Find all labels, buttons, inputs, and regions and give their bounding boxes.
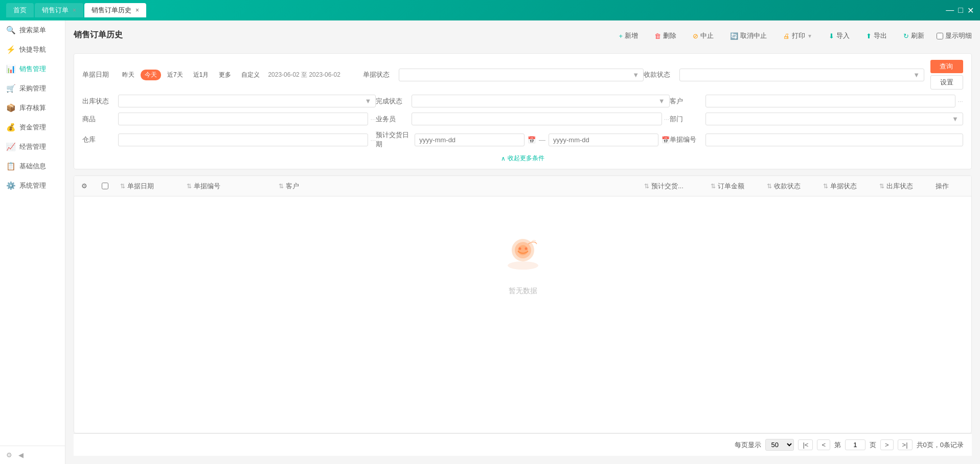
refresh-button[interactable]: ↻ 刷新 [897, 29, 930, 43]
total-text: 共0页，0条记录 [917, 440, 964, 450]
sort-icon-customer[interactable]: ⇅ [279, 183, 284, 190]
sidebar-item-finance[interactable]: 💰 资金管理 [0, 118, 65, 137]
import-icon: ⬇ [829, 32, 834, 40]
print-button[interactable]: 🖨 打印 ▼ [777, 29, 818, 43]
sidebar-item-sales[interactable]: 📊 销售管理 [0, 59, 65, 79]
shangpin-input[interactable] [118, 113, 368, 125]
date-tab-more[interactable]: 更多 [215, 70, 235, 80]
bumen-select[interactable]: ▼ [705, 113, 963, 125]
cancel-stop-icon: 🔄 [730, 32, 738, 40]
date-tab-7days[interactable]: 近7天 [163, 70, 187, 80]
filter-shoukuan-status-section: 收款状态 ▼ [644, 69, 924, 81]
prev-page-button[interactable]: < [817, 439, 830, 450]
last-page-button[interactable]: >| [898, 439, 913, 450]
sidebar-collapse-icon[interactable]: ◀ [18, 451, 24, 459]
tab-home[interactable]: 首页 [6, 3, 34, 17]
th-number: ⇅ 单据编号 [181, 182, 274, 191]
operations-icon: 📈 [6, 142, 15, 151]
sort-icon-delivery[interactable]: ⇅ [644, 183, 649, 190]
shangpin-dots[interactable]: ··· [370, 115, 376, 123]
header-actions: 销售订单历史 + 新增 🗑 删除 ⊘ 中止 🔄 取消中止 [74, 29, 972, 47]
stop-icon: ⊘ [693, 32, 698, 40]
sort-icon-outbound[interactable]: ⇅ [879, 183, 884, 190]
sidebar-item-inventory[interactable]: 📦 库存核算 [0, 98, 65, 118]
sidebar-item-operations[interactable]: 📈 经营管理 [0, 137, 65, 157]
cangku-input[interactable] [118, 134, 368, 146]
shoukuan-status-select[interactable]: ▼ [679, 69, 924, 81]
delivery-date-start[interactable] [415, 134, 525, 146]
collapse-link[interactable]: ∧ 收起更多条件 [82, 154, 963, 163]
yewuyuan-dots[interactable]: ··· [664, 115, 670, 123]
settings-button[interactable]: 设置 [930, 75, 963, 90]
chuku-status-select[interactable]: ▼ [118, 95, 376, 107]
sidebar-item-purchase[interactable]: 🛒 采购管理 [0, 79, 65, 98]
date-tab-today[interactable]: 今天 [141, 70, 161, 80]
export-button[interactable]: ⬆ 导出 [860, 29, 893, 43]
per-page-select[interactable]: 50 10 20 100 [765, 439, 794, 451]
th-actions: 操作 [930, 182, 971, 191]
sort-icon-doc[interactable]: ⇅ [823, 183, 828, 190]
sidebar-item-base-info-label: 基础信息 [19, 162, 46, 171]
add-button[interactable]: + 新增 [613, 29, 645, 43]
date-tabs: 昨天 今天 近7天 近1月 更多 自定义 2023-06-02 至 2023-0… [118, 70, 340, 80]
delete-button[interactable]: 🗑 删除 [648, 29, 682, 43]
tab-sales-order[interactable]: 销售订单 × [35, 3, 83, 17]
sidebar-item-base-info[interactable]: 📋 基础信息 [0, 157, 65, 176]
danju-status-label: 单据状态 [363, 70, 399, 79]
import-button[interactable]: ⬇ 导入 [823, 29, 856, 43]
show-detail-checkbox-label[interactable]: 显示明细 [937, 31, 972, 40]
minimize-button[interactable]: — [946, 6, 954, 15]
danjubianhao-input[interactable] [705, 134, 963, 146]
sidebar-item-system[interactable]: ⚙️ 系统管理 [0, 176, 65, 195]
date-tab-yesterday[interactable]: 昨天 [118, 70, 139, 80]
query-button[interactable]: 查询 [930, 60, 963, 73]
filter-delivery-date-section: 预计交货日期 📅 — 📅 [376, 130, 669, 149]
sort-icon-receipt[interactable]: ⇅ [767, 183, 772, 190]
page-suffix: 页 [870, 440, 876, 450]
main-content: 销售订单历史 + 新增 🗑 删除 ⊘ 中止 🔄 取消中止 [65, 20, 980, 464]
purchase-icon: 🛒 [6, 84, 15, 93]
maximize-button[interactable]: □ [958, 6, 963, 15]
date-tab-1month[interactable]: 近1月 [189, 70, 213, 80]
close-button[interactable]: ✕ [967, 6, 974, 15]
tab-sales-history-close[interactable]: × [135, 7, 139, 14]
yewuyuan-input[interactable] [412, 113, 662, 125]
tab-sales-history[interactable]: 销售订单历史 × [84, 3, 146, 17]
filter-row-2: 出库状态 ▼ 完成状态 ▼ 客户 ··· [82, 95, 963, 107]
top-bar: 首页 销售订单 × 销售订单历史 × — □ ✕ [0, 0, 980, 20]
table-settings-icon[interactable]: ⚙ [81, 182, 87, 190]
sidebar-item-search[interactable]: 🔍 搜索菜单 [0, 20, 65, 40]
sort-icon-date[interactable]: ⇅ [120, 183, 125, 190]
first-page-button[interactable]: |< [798, 439, 813, 450]
sidebar-item-quick-nav[interactable]: ⚡ 快捷导航 [0, 40, 65, 59]
show-detail-checkbox[interactable] [937, 33, 943, 39]
empty-illustration [497, 227, 549, 278]
settings-th[interactable]: ⚙ [74, 182, 95, 190]
checkbox-th[interactable] [95, 183, 115, 189]
kehu-input[interactable] [705, 95, 955, 107]
page-number-input[interactable] [845, 439, 865, 450]
calendar-icon-start[interactable]: 📅 [528, 136, 536, 144]
sidebar-settings-icon[interactable]: ⚙ [6, 451, 12, 459]
stop-button[interactable]: ⊘ 中止 [687, 29, 720, 43]
danju-status-select[interactable]: ▼ [399, 69, 644, 81]
calendar-icon-end[interactable]: 📅 [662, 136, 670, 144]
next-page-button[interactable]: > [880, 439, 894, 450]
sort-icon-amount[interactable]: ⇅ [711, 183, 716, 190]
tab-sales-order-close[interactable]: × [73, 7, 76, 14]
bumen-arrow: ▼ [952, 115, 959, 123]
kehu-dots[interactable]: ··· [958, 97, 963, 105]
sales-icon: 📊 [6, 64, 15, 74]
select-all-checkbox[interactable] [102, 183, 108, 189]
cancel-stop-button[interactable]: 🔄 取消中止 [724, 29, 773, 43]
filter-yewuyuan-section: 业务员 ··· [376, 113, 669, 125]
layout: 🔍 搜索菜单 ⚡ 快捷导航 📊 销售管理 🛒 采购管理 📦 库存核算 💰 资金管… [0, 20, 980, 464]
sort-icon-number[interactable]: ⇅ [187, 183, 192, 190]
wancheng-status-select[interactable]: ▼ [412, 95, 669, 107]
cangku-dots[interactable]: ··· [370, 136, 376, 144]
sidebar-item-operations-label: 经营管理 [19, 142, 46, 151]
collapse-icon: ∧ [501, 155, 506, 162]
date-tab-custom[interactable]: 自定义 [237, 70, 264, 80]
delivery-date-end[interactable] [549, 134, 658, 146]
th-delivery: ⇅ 预计交货... [639, 182, 705, 191]
